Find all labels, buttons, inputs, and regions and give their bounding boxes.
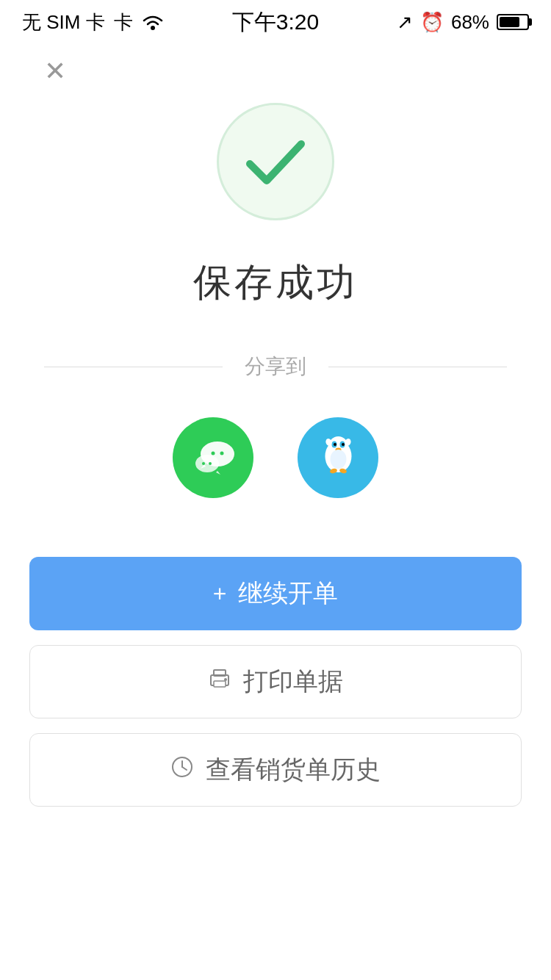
svg-point-11 [334,443,336,446]
status-bar: 无 SIM 卡 卡 下午3:20 ↗ ⏰ 68% [0,0,551,44]
wifi-icon [142,14,164,30]
sim-card-icon: 卡 [114,10,133,35]
location-icon: ↗ [397,11,413,34]
svg-point-4 [220,451,223,455]
qq-icon [318,434,359,482]
success-icon-circle [217,103,334,220]
status-left: 无 SIM 卡 卡 [22,10,164,35]
qq-share-button[interactable] [298,417,378,498]
status-time: 下午3:20 [232,7,319,37]
carrier-text: 无 SIM 卡 [22,10,105,35]
history-icon [170,755,194,785]
print-label: 打印单据 [243,665,343,699]
main-content: 保存成功 分享到 [0,44,551,807]
svg-point-0 [151,26,155,30]
share-divider: 分享到 [0,353,551,381]
print-button[interactable]: 打印单据 [29,645,522,718]
wechat-share-button[interactable] [173,417,253,498]
alarm-icon: ⏰ [420,11,444,34]
continue-label: 继续开单 [238,577,338,610]
plus-icon: + [213,580,227,608]
checkmark-icon [246,138,305,186]
svg-rect-21 [214,681,226,687]
continue-button[interactable]: + 继续开单 [29,557,522,630]
action-buttons: + 继续开单 打印单据 查看销货单历史 [0,557,551,807]
close-icon: ✕ [44,58,66,84]
history-label: 查看销货单历史 [206,753,381,787]
svg-point-3 [211,451,215,455]
success-title: 保存成功 [193,257,358,309]
svg-point-12 [342,443,345,446]
wechat-icon [190,438,237,478]
svg-point-6 [209,462,212,465]
battery-text: 68% [451,11,489,34]
printer-icon [208,668,231,696]
svg-point-5 [202,462,205,465]
divider-right [328,367,507,367]
share-icons-container [173,417,378,498]
history-button[interactable]: 查看销货单历史 [29,733,522,807]
divider-left [44,367,223,367]
share-label: 分享到 [223,353,328,381]
status-right: ↗ ⏰ 68% [397,11,529,34]
svg-point-22 [224,678,227,681]
svg-point-2 [195,455,219,472]
svg-point-14 [330,450,346,469]
battery-icon [497,14,529,30]
svg-line-25 [182,767,187,770]
close-button[interactable]: ✕ [37,53,73,90]
